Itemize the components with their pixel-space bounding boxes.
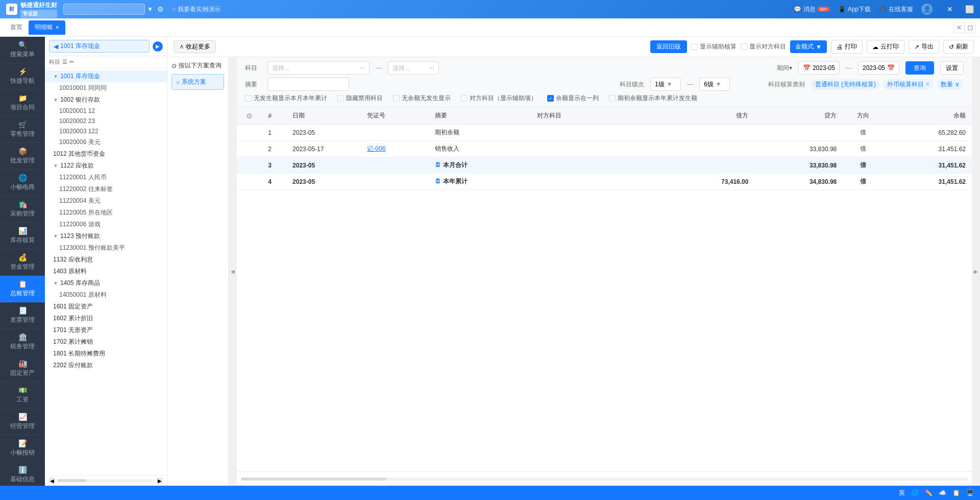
tree-item-14050001[interactable]: 14050001 原材料 (45, 289, 167, 301)
settings-btn[interactable]: 设置 (940, 61, 964, 75)
cloud-print-btn[interactable]: ☁ 云打印 (867, 40, 904, 54)
tree-item-11220002[interactable]: 11220002 往来标签 (45, 183, 167, 195)
col-date[interactable]: 日期 (286, 107, 361, 125)
tree-item-11220006[interactable]: 11220006 游戏 (45, 219, 167, 230)
expand-more-btn[interactable]: ∧ 收起更多 (174, 40, 216, 53)
print-btn[interactable]: 🖨 打印 (831, 40, 863, 54)
collapse-panel-btn[interactable]: ◀ (229, 57, 237, 486)
message-btn[interactable]: 💬 消息 99+ (794, 5, 829, 14)
col-voucher[interactable]: 凭证号 (361, 107, 429, 125)
tag-normal[interactable]: 普通科目 (无特殊核算) (811, 79, 880, 90)
window-minimize-btn[interactable]: ⬜ (965, 5, 974, 13)
tree-item-1801[interactable]: 1801 长期待摊费用 (45, 348, 167, 360)
period-label[interactable]: 期间▾ (777, 64, 792, 73)
tree-item-1702[interactable]: 1702 累计摊销 (45, 336, 167, 348)
account-selected[interactable]: ◀ 1001 库存现金 (49, 40, 150, 53)
sidebar-item-wholesale[interactable]: 📦 批发管理 (0, 143, 45, 170)
tree-item-10020006[interactable]: 10020006 美元 (45, 136, 167, 148)
tree-item-1601[interactable]: 1601 固定资产 (45, 301, 167, 313)
checkbox-opposite[interactable]: 对方科目（显示辅助项） (461, 94, 537, 103)
subject-end-input[interactable]: 选择... ··· (388, 61, 439, 75)
subject-level-end[interactable]: 6级 ▼ (699, 78, 730, 91)
status-edit-icon[interactable]: ✏️ (925, 489, 933, 496)
status-cloud-icon[interactable]: ☁️ (939, 489, 946, 496)
sidebar-item-quick[interactable]: ⚡ 快捷导航 (0, 63, 45, 90)
summary-input[interactable] (267, 78, 349, 91)
panel-close-btn[interactable]: ✕ (953, 22, 965, 33)
settings-icon[interactable]: ⚙ (157, 5, 164, 13)
tree-item-10020002[interactable]: 10020002 23 (45, 116, 167, 126)
sidebar-item-sales-report[interactable]: 📝 小畅报销 (0, 435, 45, 462)
tab-home[interactable]: 首页 (4, 20, 29, 35)
status-monitor-icon[interactable]: 🖥️ (966, 489, 974, 496)
sidebar-item-invoice[interactable]: 🧾 发票管理 (0, 302, 45, 329)
show-opposite-checkbox[interactable]: 显示对方科目 (741, 42, 786, 51)
system-scheme-btn[interactable]: ○ 系统方案 (172, 74, 224, 90)
col-debit[interactable]: 借方 (667, 107, 755, 125)
tree-item-10020001[interactable]: 10020001 12 (45, 106, 167, 116)
subject-level-start[interactable]: 1级 ▼ (650, 78, 681, 91)
sidebar-item-retail[interactable]: 🛒 零售管理 (0, 116, 45, 143)
sidebar-item-project[interactable]: 📁 项目合同 (0, 90, 45, 116)
sidebar-item-ledger[interactable]: 📋 总账管理 (0, 276, 45, 302)
user-info[interactable]: 👤 (921, 4, 935, 15)
period-end-input[interactable]: 2023-05 📅 (858, 61, 899, 75)
sidebar-item-purchase[interactable]: 🛍️ 采购管理 (0, 196, 45, 223)
checkbox-no-balance[interactable]: 无发生额显示本月本年累计 (245, 94, 327, 103)
col-direction[interactable]: 方向 (843, 107, 884, 125)
scroll-left-btn[interactable]: ◀ (49, 478, 55, 484)
tree-item-1122[interactable]: ▼ 1122 应收款 (45, 160, 167, 172)
account-edit-icon[interactable]: ✏ (69, 59, 74, 65)
tree-item-1123[interactable]: ▼ 1123 预付账款 (45, 230, 167, 242)
right-collapse-btn[interactable]: ▶ (972, 57, 980, 486)
h-scrollbar-track[interactable] (241, 478, 968, 481)
sidebar-item-assets[interactable]: 🏭 固定资产 (0, 355, 45, 382)
tree-item-1701[interactable]: 1701 无形资产 (45, 324, 167, 336)
col-balance[interactable]: 余额 (884, 107, 972, 125)
col-opposite[interactable]: 对方科目 (531, 107, 667, 125)
period-start-input[interactable]: 📅 2023-05 (798, 61, 840, 75)
app-download-btn[interactable]: 📱 App下载 (838, 5, 871, 14)
row-voucher-2[interactable]: 记-006 (361, 141, 429, 157)
tree-item-1012[interactable]: 1012 其他货币资金 (45, 148, 167, 160)
tree-item-1405[interactable]: ▼ 1405 库存商品 (45, 277, 167, 289)
subject-input[interactable]: 选择... ··· (267, 61, 370, 75)
col-credit[interactable]: 贷方 (754, 107, 843, 125)
amount-format-btn[interactable]: 金额式 ▼ (790, 40, 827, 53)
checkbox-opening-balance[interactable]: 期初余额显示本年累计发生额 (609, 94, 697, 103)
return-old-version-btn[interactable]: 返回旧版 (650, 40, 687, 53)
tree-item-10010001[interactable]: 10010001 同同同 (45, 82, 167, 94)
tree-scrollbar[interactable]: ◀ ▶ (45, 475, 167, 486)
tree-item-10020003[interactable]: 10020003 122 (45, 126, 167, 136)
panel-minimize-btn[interactable]: ⊡ (965, 22, 976, 33)
scroll-right-btn[interactable]: ▶ (157, 478, 163, 484)
tree-item-11220005[interactable]: 11220005 所在地区 (45, 207, 167, 219)
tree-item-1132[interactable]: 1132 应收利息 (45, 254, 167, 266)
sidebar-item-salary[interactable]: 💵 工资 (0, 382, 45, 409)
search-dropdown-icon[interactable]: ▼ (147, 6, 153, 13)
voucher-link[interactable]: 记-006 (367, 145, 385, 152)
checkbox-balance-one-col[interactable]: ✓ 余额显示在一列 (547, 94, 599, 103)
sidebar-item-capital[interactable]: 💰 资金管理 (0, 249, 45, 276)
query-btn[interactable]: 查询 (905, 61, 934, 75)
show-auxiliary-checkbox[interactable]: 显示辅助核算 (691, 42, 737, 51)
sidebar-item-search[interactable]: 🔍 搜索菜单 (0, 37, 45, 63)
tree-item-2202[interactable]: 2202 应付账款 (45, 360, 167, 371)
tab-close-icon[interactable]: ✕ (55, 25, 59, 30)
export-btn[interactable]: ↗ 导出 (909, 40, 939, 54)
tree-item-11230001[interactable]: 11230001 预付账款美平 (45, 242, 167, 254)
tag-quantity[interactable]: 数量 ∨ (937, 79, 964, 90)
sidebar-item-basic[interactable]: ℹ️ 基础信息 (0, 462, 45, 486)
tag-foreign[interactable]: 外币核算科目 × (883, 79, 934, 90)
window-close-btn[interactable]: ✕ (947, 5, 953, 13)
top-search-input[interactable] (63, 4, 145, 15)
account-next-btn[interactable]: ▶ (153, 41, 163, 52)
col-summary[interactable]: 摘要 (429, 107, 530, 125)
refresh-btn[interactable]: ↺ 刷新 (943, 40, 974, 54)
checkbox-hide-disabled[interactable]: 隐藏禁用科目 (337, 94, 383, 103)
tree-item-11220001[interactable]: 11220001 人民币 (45, 172, 167, 183)
tree-item-1602[interactable]: 1602 累计折旧 (45, 313, 167, 324)
sidebar-item-ecommerce[interactable]: 🌐 小畅电商 (0, 170, 45, 196)
status-clipboard-icon[interactable]: 📋 (952, 489, 960, 496)
status-globe-icon[interactable]: 🌐 (911, 489, 919, 496)
